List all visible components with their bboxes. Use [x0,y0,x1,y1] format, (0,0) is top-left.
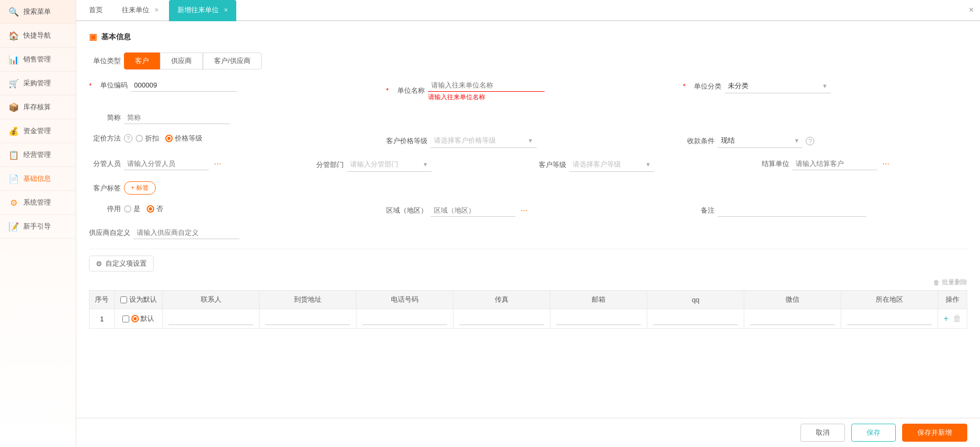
manager-input[interactable] [124,157,209,170]
sidebar-item-basic-info[interactable]: 📄 基础信息 [0,167,76,191]
payment-select[interactable]: 现结 ▼ [718,134,803,148]
sidebar-item-inventory[interactable]: 📦 库存核算 [0,95,76,119]
manager-more-icon[interactable]: ··· [212,159,223,169]
type-btn-group: 客户 供应商 客户/供应商 [124,52,262,69]
sidebar-item-sales[interactable]: 📊 销售管理 [0,48,76,72]
manager-cell: 分管人员 ··· [89,157,299,170]
custom-settings-button[interactable]: ⚙ 自定义项设置 [89,256,154,271]
pricing-discount-radio[interactable] [136,135,143,142]
cell-qq[interactable] [647,309,744,329]
settlement-input[interactable] [792,157,877,170]
sidebar-item-search[interactable]: 🔍 搜索菜单 [0,0,76,24]
home-icon: 🏠 [8,30,19,41]
phone-input[interactable] [362,312,447,325]
pricing-help-icon[interactable]: ? [124,134,132,143]
sidebar-item-operations[interactable]: 📋 经营管理 [0,143,76,167]
save-new-button[interactable]: 保存并新增 [902,424,967,442]
tab-new-partner[interactable]: 新增往来单位 × [169,0,236,21]
supplier-custom-input[interactable] [133,226,239,239]
sidebar-item-system[interactable]: ⚙ 系统管理 [0,191,76,215]
select-all-checkbox[interactable] [120,296,127,303]
qq-input[interactable] [653,312,738,325]
cell-fax[interactable] [453,309,550,329]
pricing-level-radio[interactable] [165,135,173,142]
type-btn-both[interactable]: 客户/供应商 [203,52,262,69]
cell-contact[interactable] [163,309,260,329]
disabled-yes-radio[interactable] [124,205,131,213]
tags-label: 客户标签 [89,183,121,193]
supplier-custom-cell: 供应商自定义 [89,226,967,239]
tags-cell: 客户标签 + 标签 [89,181,967,195]
cell-phone[interactable] [357,309,453,329]
disabled-cell: 停用 是 否 [89,204,373,214]
price-level-label: 客户价格等级 [386,136,427,146]
sidebar-item-beginner[interactable]: 📝 新手引导 [0,215,76,239]
name-input[interactable] [428,79,545,92]
add-row-icon[interactable]: + [943,314,948,323]
disabled-no[interactable]: 否 [147,204,163,214]
cell-district[interactable] [841,309,938,329]
fax-input[interactable] [459,312,544,325]
address-input[interactable] [265,312,350,325]
category-select[interactable]: 未分类 ▼ [725,79,831,93]
sidebar-item-purchase[interactable]: 🛒 采购管理 [0,72,76,95]
tab-partners[interactable]: 往来单位 × [113,0,167,21]
window-close-icon[interactable]: × [969,5,974,15]
default-label: 默认 [140,314,154,323]
customer-level-cell: 客户等级 请选择客户等级 ▼ [534,157,745,172]
email-input[interactable] [556,312,641,325]
disabled-no-radio[interactable] [147,205,154,213]
tab-partners-close[interactable]: × [155,6,158,14]
price-level-select[interactable]: 请选择客户价格等级 ▼ [431,134,537,148]
note-input[interactable] [718,204,866,217]
sales-icon: 📊 [8,54,19,65]
sidebar-item-quick-nav[interactable]: 🏠 快捷导航 [0,24,76,48]
default-radio-item[interactable]: 默认 [131,314,154,323]
short-name-input[interactable] [124,111,230,124]
cell-action: + 🗑 [938,309,967,329]
pricing-level-label: 价格等级 [175,134,202,143]
cell-wechat[interactable] [744,309,841,329]
pricing-discount[interactable]: 折扣 [136,134,159,143]
contact-input[interactable] [168,312,253,325]
payment-help-icon[interactable]: ? [806,137,814,145]
region-more-icon[interactable]: ··· [519,206,530,215]
section-divider [89,249,967,249]
type-btn-supplier[interactable]: 供应商 [160,52,203,69]
row-checkbox[interactable] [122,315,129,322]
name-label: 单位名称 [393,86,425,95]
sidebar-item-finance[interactable]: 💰 资金管理 [0,119,76,143]
region-input[interactable] [431,204,515,217]
pricing-label: 定价方法 [89,134,121,143]
dept-label: 分管部门 [312,160,344,170]
footer-bar: 取消 保存 保存并新增 [76,418,980,447]
customer-level-select[interactable]: 请选择客户等级 ▼ [569,157,654,172]
default-radio[interactable] [131,315,139,322]
code-input[interactable] [131,79,237,92]
dept-select[interactable]: 请输入分管部门 ▼ [347,157,432,172]
col-phone: 电话号码 [357,291,453,309]
cell-address[interactable] [260,309,357,329]
settlement-more-icon[interactable]: ··· [880,159,892,169]
delete-row-icon[interactable]: 🗑 [953,314,961,323]
wechat-input[interactable] [750,312,835,325]
disabled-yes[interactable]: 是 [124,204,140,214]
cell-email[interactable] [550,309,647,329]
district-input[interactable] [847,312,932,325]
save-button[interactable]: 保存 [851,424,896,442]
pricing-level[interactable]: 价格等级 [165,134,202,143]
section-title-label: 基本信息 [101,32,131,42]
tab-new-partner-close[interactable]: × [224,6,228,14]
unit-type-label: 单位类型 [89,56,121,66]
add-tag-label: + 标签 [131,183,149,192]
sidebar-item-label: 搜索菜单 [23,7,51,16]
tab-home[interactable]: 首页 [81,0,111,21]
batch-delete-button[interactable]: 🗑 批量删除 [933,278,967,287]
type-btn-customer[interactable]: 客户 [124,52,160,69]
region-label: 区域（地区） [386,206,427,215]
short-name-cell: 简称 [89,111,967,124]
pricing-row: 定价方法 ? 折扣 价格等级 客户价格等级 请选择客户价格等级 [89,134,967,148]
code-name-category-row: * 单位编码 * 单位名称 请输入往来单位名称 * 单位分类 未分类 ▼ [89,79,967,102]
add-tag-button[interactable]: + 标签 [124,181,156,195]
cancel-button[interactable]: 取消 [800,424,845,442]
